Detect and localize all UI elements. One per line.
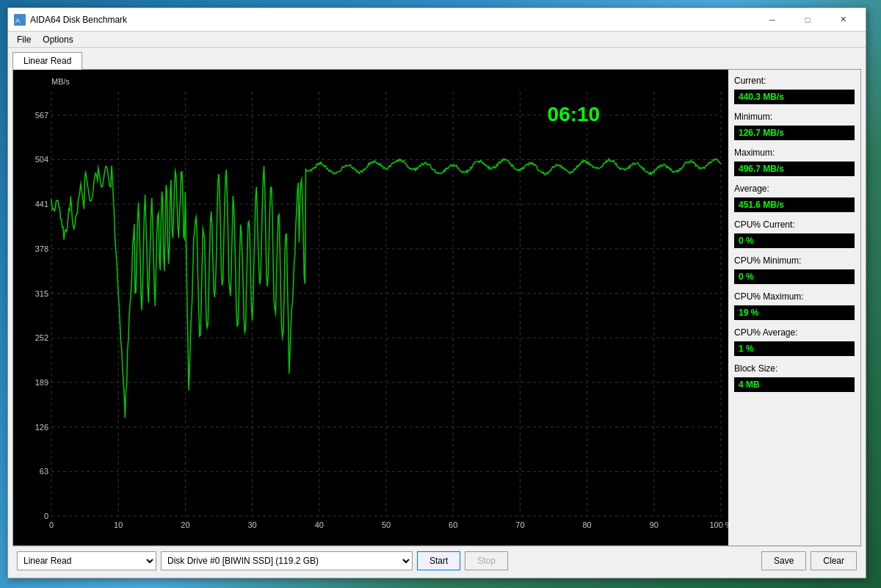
- average-label: Average:: [734, 184, 855, 194]
- tab-linear-read[interactable]: Linear Read: [12, 52, 82, 70]
- window-controls: ─ □ ✕: [755, 8, 860, 32]
- clear-button[interactable]: Clear: [811, 551, 857, 570]
- cpu-current-label: CPU% Current:: [734, 219, 855, 230]
- stats-panel: Current: 440.3 MB/s Minimum: 126.7 MB/s …: [728, 70, 860, 545]
- main-window: A AIDA64 Disk Benchmark ─ □ ✕ File Optio…: [7, 7, 866, 578]
- cpu-maximum-value: 19 %: [734, 305, 855, 320]
- cpu-average-label: CPU% Average:: [734, 327, 855, 338]
- block-size-value: 4 MB: [734, 377, 855, 392]
- average-value: 451.6 MB/s: [734, 197, 855, 212]
- cpu-average-value: 1 %: [734, 341, 855, 356]
- block-size-label: Block Size:: [734, 363, 855, 374]
- tab-bar: Linear Read: [12, 52, 861, 69]
- minimum-label: Minimum:: [734, 112, 855, 122]
- benchmark-chart: [13, 70, 728, 545]
- save-button[interactable]: Save: [761, 551, 806, 570]
- disk-dropdown[interactable]: Disk Drive #0 [BIWIN SSD] (119.2 GB): [161, 551, 413, 570]
- start-button[interactable]: Start: [417, 551, 460, 570]
- current-value: 440.3 MB/s: [734, 90, 855, 104]
- menu-options[interactable]: Options: [37, 33, 79, 46]
- menubar: File Options: [8, 32, 866, 48]
- test-dropdown[interactable]: Linear Read: [17, 551, 156, 570]
- window-title: AIDA64 Disk Benchmark: [30, 15, 755, 25]
- cpu-maximum-label: CPU% Maximum:: [734, 291, 855, 302]
- minimum-value: 126.7 MB/s: [734, 126, 855, 140]
- current-label: Current:: [734, 76, 855, 86]
- maximum-value: 496.7 MB/s: [734, 161, 855, 176]
- menu-file[interactable]: File: [11, 33, 37, 46]
- titlebar: A AIDA64 Disk Benchmark ─ □ ✕: [8, 8, 866, 32]
- chart-area: [13, 70, 728, 545]
- cpu-minimum-label: CPU% Minimum:: [734, 255, 855, 266]
- stop-button[interactable]: Stop: [465, 551, 508, 570]
- minimize-button[interactable]: ─: [755, 8, 789, 32]
- app-icon: A: [14, 14, 26, 26]
- maximum-label: Maximum:: [734, 148, 855, 158]
- maximize-button[interactable]: □: [791, 8, 824, 32]
- cpu-minimum-value: 0 %: [734, 269, 855, 284]
- bottom-bar: Linear Read Disk Drive #0 [BIWIN SSD] (1…: [12, 546, 861, 573]
- main-panel: Current: 440.3 MB/s Minimum: 126.7 MB/s …: [12, 69, 861, 546]
- svg-text:A: A: [15, 17, 20, 24]
- content-area: Linear Read Current: 440.3 MB/s Minimum:…: [8, 48, 866, 578]
- close-button[interactable]: ✕: [826, 8, 860, 32]
- cpu-current-value: 0 %: [734, 233, 855, 248]
